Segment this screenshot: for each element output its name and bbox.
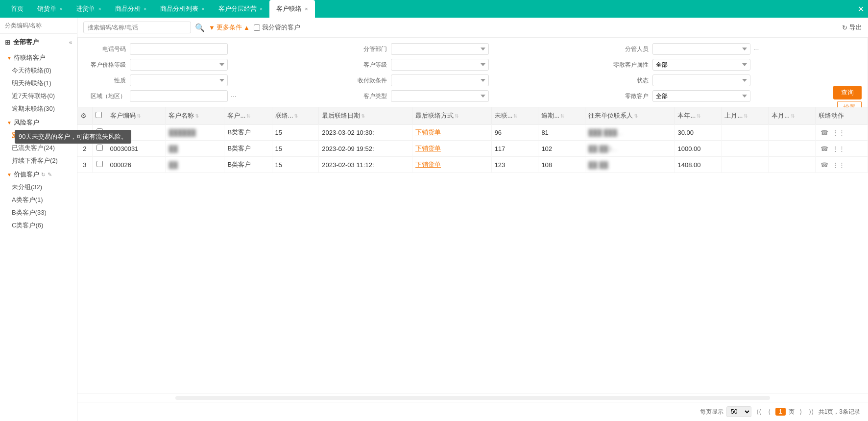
sidebar-item-today-pending[interactable]: 今天待联络(0) — [0, 64, 77, 77]
customer-level-select[interactable] — [391, 59, 489, 71]
sidebar-item-week-pending[interactable]: 近7天待联络(0) — [0, 90, 77, 102]
sort-icon-way[interactable]: ⇅ — [455, 113, 458, 119]
sidebar-item-class-a[interactable]: A类客户(1) — [0, 194, 77, 206]
sidebar: 🔍 ⊞ 全部客户 « ▼ 待联络客户 今天待联络(0) 明天待联络(1) 近7天… — [0, 18, 77, 421]
row-action-2: ☎ ⋮⋮ — [815, 141, 868, 157]
action-icons-2[interactable]: ☎ ⋮⋮ — [819, 145, 845, 152]
my-customers-check[interactable] — [254, 25, 260, 31]
sidebar-all-customers[interactable]: ⊞ 全部客户 « — [0, 34, 77, 50]
row-contacts-3: ██ ██ — [585, 157, 675, 173]
sidebar-item-class-b[interactable]: B类客户(33) — [0, 206, 77, 219]
sidebar-search-input[interactable] — [5, 22, 77, 29]
close-tab-product-analysis[interactable]: × — [144, 6, 146, 12]
nature-select[interactable] — [130, 74, 228, 86]
zero-customer-select[interactable]: 全部 — [652, 90, 750, 102]
action-icons-1[interactable]: ☎ ⋮⋮ — [819, 128, 845, 136]
row-check-3 — [92, 157, 107, 173]
scrollbar-area — [77, 394, 868, 402]
more-action-icon-3[interactable]: ⋮⋮ — [832, 161, 845, 169]
contact-icon-3[interactable]: ☎ — [820, 161, 828, 169]
export-button[interactable]: ↻ 导出 — [842, 23, 862, 32]
action-icons-3[interactable]: ☎ ⋮⋮ — [819, 161, 845, 169]
region-input[interactable] — [130, 90, 228, 102]
close-tab-customer-tier[interactable]: × — [260, 6, 263, 12]
person-select[interactable] — [652, 43, 750, 55]
sidebar-group-risk[interactable]: ▼ 风险客户 — [0, 115, 77, 129]
sort-icon-type[interactable]: ⇅ — [246, 113, 250, 119]
sort-icon-contacts[interactable]: ⇅ — [634, 113, 638, 119]
sidebar-item-declining[interactable]: 持续下滑客户(2) — [0, 154, 77, 167]
next-page-btn[interactable]: ⟩ — [797, 407, 804, 417]
tab-sales-order[interactable]: 销货单 × — [30, 0, 69, 18]
close-tab-purchase-order[interactable]: × — [98, 6, 101, 12]
link-sales-1[interactable]: 下销货单 — [415, 128, 441, 136]
tab-product-analysis-list[interactable]: 商品分析列表 × — [153, 0, 211, 18]
dept-select[interactable] — [391, 43, 489, 55]
contact-icon-2[interactable]: ☎ — [820, 145, 828, 152]
person-more-icon[interactable]: ··· — [750, 45, 762, 53]
last-page-btn[interactable]: ⟩⟩ — [807, 407, 816, 417]
th-this-year: 本年...⇅ — [675, 107, 722, 124]
customer-type-select[interactable] — [391, 90, 489, 102]
link-sales-3[interactable]: 下销货单 — [415, 161, 441, 168]
refresh-icon[interactable]: ↻ — [41, 172, 46, 178]
sort-icon-lmonth[interactable]: ⇅ — [744, 113, 747, 119]
tab-customer-tier[interactable]: 客户分层经营 × — [212, 0, 269, 18]
sidebar-item-tomorrow-pending[interactable]: 明天待联络(1) — [0, 77, 77, 90]
search-button[interactable]: 🔍 — [195, 23, 205, 32]
tab-product-analysis[interactable]: 商品分析 × — [108, 0, 153, 18]
row-last-way-2: 下销货单 — [412, 141, 492, 157]
horizontal-scrollbar[interactable] — [175, 396, 770, 400]
link-sales-2[interactable]: 下销货单 — [415, 145, 441, 152]
more-action-icon-2[interactable]: ⋮⋮ — [832, 145, 845, 152]
more-action-icon-1[interactable]: ⋮⋮ — [832, 129, 845, 136]
per-page-select[interactable]: 50 20 100 — [726, 406, 751, 417]
close-tab-customer-contact[interactable]: × — [305, 6, 308, 12]
query-button[interactable]: 查询 — [833, 86, 862, 99]
close-window-icon[interactable]: ✕ — [858, 4, 864, 14]
edit-icon[interactable]: ✎ — [48, 172, 52, 178]
sort-icon-overdue[interactable]: ⇅ — [560, 113, 564, 119]
first-page-btn[interactable]: ⟨⟨ — [754, 407, 763, 417]
payment-select[interactable] — [391, 74, 489, 86]
sidebar-item-overdue-pending[interactable]: 逾期未联络(30) — [0, 102, 77, 115]
row-action-3: ☎ ⋮⋮ — [815, 157, 868, 173]
region-more-icon[interactable]: ··· — [228, 92, 240, 100]
data-table: ⚙ 客户编码⇅ 客户名称⇅ 客户...⇅ 联络...⇅ 最后联络日期⇅ 最后联络… — [77, 107, 868, 173]
sort-icon-tmonth[interactable]: ⇅ — [791, 113, 795, 119]
sort-icon-name[interactable]: ⇅ — [195, 113, 199, 119]
sort-icon-year[interactable]: ⇅ — [697, 113, 700, 119]
more-conditions-toggle[interactable]: ▼ 更多条件 ▲ — [209, 23, 250, 32]
sidebar-item-class-c[interactable]: C类客户(6) — [0, 219, 77, 232]
search-input[interactable] — [83, 22, 191, 33]
sidebar-group-pending[interactable]: ▼ 待联络客户 — [0, 50, 77, 64]
field-nature: 性质 — [86, 74, 337, 86]
status-select[interactable] — [652, 74, 750, 86]
gear-icon[interactable]: ⚙ — [80, 112, 87, 120]
select-all-checkbox[interactable] — [96, 112, 102, 118]
row-name-3: ██ — [166, 157, 224, 173]
th-gear[interactable]: ⚙ — [77, 107, 92, 124]
sort-icon-code[interactable]: ⇅ — [137, 113, 141, 119]
sort-icon-contact[interactable]: ⇅ — [294, 113, 298, 119]
zero-attr-select[interactable]: 全部 — [652, 59, 750, 71]
sidebar-item-ungrouped[interactable]: 未分组(32) — [0, 181, 77, 194]
close-tab-sales-order[interactable]: × — [59, 6, 62, 12]
tab-homepage[interactable]: 首页 — [4, 0, 30, 18]
close-tab-product-analysis-list[interactable]: × — [201, 6, 204, 12]
sidebar-group-value[interactable]: ▼ 价值客户 ↻ ✎ — [0, 167, 77, 181]
th-action: 联络动作 — [815, 107, 868, 124]
tab-customer-contact[interactable]: 客户联络 × — [269, 0, 314, 18]
tab-purchase-order[interactable]: 进货单 × — [69, 0, 108, 18]
row-checkbox-2[interactable] — [96, 145, 103, 151]
price-level-select[interactable] — [130, 59, 228, 71]
contact-icon-1[interactable]: ☎ — [820, 129, 828, 136]
th-customer-type: 客户...⇅ — [224, 107, 272, 124]
sort-icon-notcontact[interactable]: ⇅ — [513, 113, 517, 119]
prev-page-btn[interactable]: ⟨ — [766, 407, 772, 417]
my-customers-checkbox[interactable]: 我分管的客户 — [254, 23, 300, 32]
sort-icon-date[interactable]: ⇅ — [361, 113, 365, 119]
phone-input[interactable] — [130, 43, 228, 55]
row-checkbox-3[interactable] — [96, 161, 103, 167]
field-zero-customer: 零散客户 全部 — [608, 90, 860, 102]
